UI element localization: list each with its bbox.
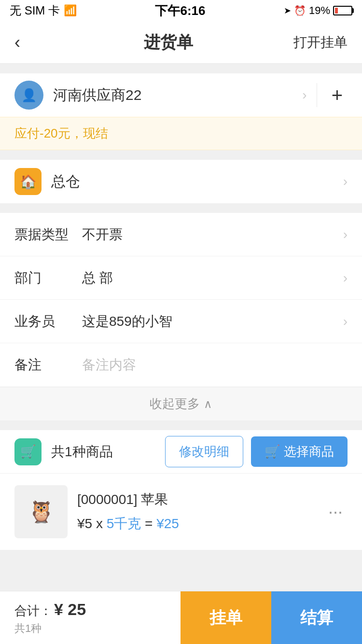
- gap-1: [0, 64, 362, 73]
- invoice-row[interactable]: 票据类型 不开票 ›: [0, 213, 362, 256]
- total-count: 共1种: [14, 621, 166, 636]
- warehouse-icon: 🏠: [14, 168, 42, 195]
- salesperson-chevron-icon: ›: [343, 314, 348, 329]
- department-value: 总 部: [82, 269, 343, 287]
- page-title: 进货单: [144, 31, 193, 54]
- gap-3: [0, 203, 362, 213]
- product-title: 苹果: [141, 492, 168, 507]
- battery-icon: [333, 6, 352, 15]
- select-product-button[interactable]: 🛒 选择商品: [251, 436, 348, 467]
- total-amount: ¥ 25: [54, 600, 86, 619]
- status-time: 下午6:16: [155, 2, 205, 19]
- status-bar: 无 SIM 卡 📶 下午6:16 ➤ ⏰ 19%: [0, 0, 362, 21]
- product-name: [0000001] 苹果: [77, 490, 323, 509]
- gap-2: [0, 150, 362, 160]
- supplier-row[interactable]: 👤 河南供应商22 › +: [0, 73, 362, 117]
- supplier-warning: 应付-20元，现结: [0, 117, 362, 150]
- product-section: 🛒 共1种商品 修改明细 🛒 选择商品 🦉 [0000001] 苹果 ¥5 x: [0, 430, 362, 550]
- status-left: 无 SIM 卡 📶: [10, 3, 77, 18]
- total-label: 合计：: [14, 602, 52, 619]
- battery-percent: 19%: [309, 4, 330, 17]
- supplier-name: 河南供应商22: [53, 85, 302, 105]
- wifi-icon: 📶: [64, 4, 77, 17]
- product-quantity: 5千克: [107, 516, 141, 531]
- salesperson-row[interactable]: 业务员 这是859的小智 ›: [0, 300, 362, 343]
- checkout-button[interactable]: 结算: [271, 591, 362, 644]
- collapse-button[interactable]: 收起更多 ∧: [0, 387, 362, 420]
- department-chevron-icon: ›: [343, 270, 348, 286]
- remark-value[interactable]: 备注内容: [82, 356, 348, 374]
- collapse-text: 收起更多: [150, 395, 200, 412]
- product-price: ¥5 x 5千克 = ¥25: [77, 515, 323, 533]
- back-button[interactable]: ‹: [14, 32, 43, 53]
- product-item: 🦉 [0000001] 苹果 ¥5 x 5千克 = ¥25 ···: [0, 474, 362, 550]
- suspend-button[interactable]: 挂单: [181, 591, 271, 644]
- supplier-chevron-icon: ›: [302, 87, 306, 103]
- product-thumbnail: 🦉: [14, 485, 68, 538]
- product-equals: =: [145, 516, 156, 531]
- supplier-divider: [317, 83, 317, 107]
- warehouse-section: 🏠 总仓 ›: [0, 160, 362, 203]
- product-more-button[interactable]: ···: [323, 497, 348, 527]
- form-section: 票据类型 不开票 › 部门 总 部 › 业务员 这是859的小智 › 备注 备注…: [0, 213, 362, 387]
- gap-4: [0, 420, 362, 430]
- warehouse-chevron-icon: ›: [343, 174, 348, 189]
- collapse-icon: ∧: [204, 397, 212, 411]
- supplier-section: 👤 河南供应商22 › + 应付-20元，现结: [0, 73, 362, 150]
- product-count: 共1种商品: [51, 443, 165, 461]
- department-label: 部门: [14, 269, 82, 287]
- invoice-label: 票据类型: [14, 225, 82, 244]
- salesperson-value: 这是859的小智: [82, 312, 343, 331]
- remark-row[interactable]: 备注 备注内容: [0, 343, 362, 387]
- warehouse-name: 总仓: [51, 172, 343, 192]
- invoice-chevron-icon: ›: [343, 227, 348, 242]
- select-product-icon: 🛒: [265, 444, 280, 459]
- department-row[interactable]: 部门 总 部 ›: [0, 256, 362, 300]
- open-suspend-button[interactable]: 打开挂单: [293, 33, 348, 52]
- total-section: 合计： ¥ 25 共1种: [0, 591, 181, 644]
- nav-bar: ‹ 进货单 打开挂单: [0, 21, 362, 64]
- bottom-gap: [0, 550, 362, 564]
- product-info: [0000001] 苹果 ¥5 x 5千克 = ¥25: [77, 490, 323, 533]
- edit-detail-button[interactable]: 修改明细: [165, 436, 243, 467]
- invoice-value: 不开票: [82, 225, 343, 244]
- product-code: [0000001]: [77, 492, 141, 507]
- product-unit-price: ¥5 x: [77, 516, 107, 531]
- product-thumb-icon: 🦉: [28, 499, 55, 524]
- add-supplier-button[interactable]: +: [327, 84, 348, 106]
- product-header: 🛒 共1种商品 修改明细 🛒 选择商品: [0, 430, 362, 474]
- carrier-text: 无 SIM 卡: [10, 3, 60, 18]
- select-product-label: 选择商品: [284, 443, 334, 460]
- product-header-icon: 🛒: [14, 438, 42, 465]
- warehouse-row[interactable]: 🏠 总仓 ›: [0, 160, 362, 203]
- status-right: ➤ ⏰ 19%: [284, 4, 352, 17]
- alarm-icon: ⏰: [294, 5, 306, 16]
- remark-label: 备注: [14, 356, 82, 374]
- product-total: ¥25: [156, 516, 179, 531]
- bottom-bar: 合计： ¥ 25 共1种 挂单 结算: [0, 591, 362, 644]
- supplier-avatar: 👤: [14, 81, 43, 110]
- location-icon: ➤: [284, 5, 291, 16]
- salesperson-label: 业务员: [14, 312, 82, 331]
